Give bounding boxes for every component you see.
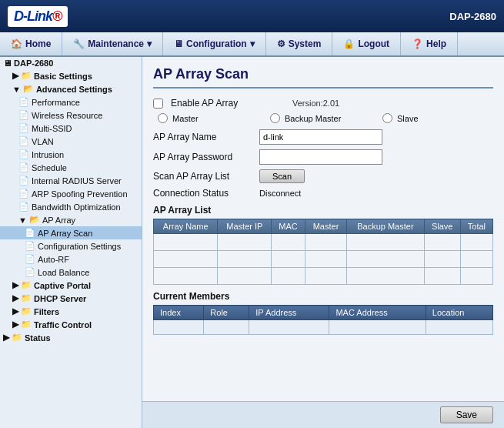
main-layout: 🖥 DAP-2680 ▶ 📁 Basic Settings ▼ 📂 Advanc… [0,57,504,428]
table-row [154,251,493,268]
enable-ap-array-checkbox[interactable] [153,99,163,109]
header: D-Link® DAP-2680 [0,0,504,32]
sidebar-label-vlan: VLAN [32,137,54,146]
sidebar-label-traffic: Traffic Control [34,320,92,329]
slave-radio[interactable] [382,113,392,123]
member-cell [154,320,204,335]
sidebar-item-traffic-control[interactable]: ▶ 📁 Traffic Control [0,318,142,331]
sidebar-item-auto-rf[interactable]: 📄 Auto-RF [0,252,142,266]
sidebar-label-advanced: Advanced Settings [36,85,112,94]
nav-logout[interactable]: 🔒 Logout [332,32,401,55]
sidebar-item-multi-ssid[interactable]: 📄 Multi-SSID [0,122,142,135]
member-cell [329,320,426,335]
expand-dhcp-icon: ▶ [12,293,18,303]
sidebar-item-performance[interactable]: 📄 Performance [0,95,142,109]
table-row [154,234,493,251]
table-cell [347,251,425,268]
table-cell [460,268,492,285]
logout-icon: 🔒 [343,38,355,49]
col-index: Index [154,306,204,320]
sidebar-item-intrusion[interactable]: 📄 Intrusion [0,148,142,161]
maintenance-icon: 🔧 [73,38,85,49]
folder-ap-icon: 📂 [29,215,40,225]
page-config-icon: 📄 [25,241,35,251]
backup-master-radio-label: Backup Master [270,113,370,123]
array-name-label: AP Array Name [153,132,253,142]
sidebar-item-ap-array[interactable]: ▼ 📂 AP Array [0,213,142,226]
sidebar-label-lb: Load Balance [38,268,89,277]
sidebar-item-dap2680[interactable]: 🖥 DAP-2680 [0,57,142,69]
col-mac-address: MAC Address [329,306,426,320]
sidebar-item-dhcp-server[interactable]: ▶ 📁 DHCP Server [0,292,142,305]
table-cell [305,268,346,285]
slave-label: Slave [397,114,419,123]
table-cell [272,268,305,285]
sidebar-item-captive-portal[interactable]: ▶ 📁 Captive Portal [0,279,142,292]
array-name-input[interactable] [259,129,382,145]
ap-array-table: Array Name Master IP MAC Master Backup M… [153,219,493,285]
sidebar-label-ap-array: AP Array [42,216,75,225]
nav-maintenance[interactable]: 🔧 Maintenance ▾ [62,32,163,55]
folder-status-icon: 📁 [12,333,22,343]
expand-status-icon: ▶ [3,333,9,343]
sidebar-item-filters[interactable]: ▶ 📁 Filters [0,305,142,318]
sidebar-item-bandwidth-opt[interactable]: 📄 Bandwidth Optimization [0,200,142,213]
sidebar-item-wireless-resource[interactable]: 📄 Wireless Resource [0,109,142,122]
nav-home[interactable]: 🏠 Home [0,32,62,55]
page-autorf-icon: 📄 [25,254,35,264]
sidebar-item-config-settings[interactable]: 📄 Configuration Settings [0,239,142,252]
sidebar-item-vlan[interactable]: 📄 VLAN [0,135,142,148]
sidebar-item-basic-settings[interactable]: ▶ 📁 Basic Settings [0,69,142,82]
folder-advanced-icon: 📂 [23,84,34,94]
sidebar-item-arp-spoofing[interactable]: 📄 ARP Spoofing Prevention [0,187,142,200]
table-cell [460,251,492,268]
table-cell [424,234,460,251]
sidebar-label-captive: Captive Portal [34,281,91,290]
maintenance-arrow-icon: ▾ [147,38,152,49]
folder-dhcp-icon: 📁 [21,293,32,303]
nav-help-label: Help [426,38,446,49]
col-master: Master [305,219,346,234]
version-label: Version:2.01 [292,99,339,108]
table-cell [305,234,346,251]
nav-system[interactable]: ⚙ System [266,32,333,55]
sidebar-label-intrusion: Intrusion [32,150,64,159]
page-ssid-icon: 📄 [18,123,29,133]
sidebar-label-dap2680: DAP-2680 [14,59,53,68]
scan-list-label: Scan AP Array List [153,171,253,182]
scan-button[interactable]: Scan [259,169,305,183]
backup-master-radio[interactable] [270,113,280,123]
array-password-input[interactable] [259,149,382,165]
sidebar-label-wireless: Wireless Resource [32,111,102,120]
expand-filters-icon: ▶ [12,306,18,316]
expand-traffic-icon: ▶ [12,319,18,329]
col-slave: Slave [424,219,460,234]
expand-basic-icon: ▶ [12,71,18,81]
nav-home-label: Home [25,38,51,49]
save-button[interactable]: Save [440,406,493,423]
save-area: Save [142,401,504,428]
sidebar-label-basic: Basic Settings [34,72,92,81]
master-radio[interactable] [158,113,168,123]
sidebar-item-status[interactable]: ▶ 📁 Status [0,331,142,344]
logo-mark: ® [52,8,62,24]
sidebar-item-advanced-settings[interactable]: ▼ 📂 Advanced Settings [0,82,142,95]
sidebar-item-schedule[interactable]: 📄 Schedule [0,161,142,174]
sidebar-label-filters: Filters [34,307,59,316]
sidebar-item-ap-array-scan[interactable]: 📄 AP Array Scan [0,226,142,239]
expand-captive-icon: ▶ [12,280,18,290]
table-cell [154,268,218,285]
col-array-name: Array Name [154,219,218,234]
page-bw-icon: 📄 [18,202,29,212]
enable-ap-label: Enable AP Array [171,98,271,109]
table-cell [272,234,305,251]
connection-status-label: Connection Status [153,188,253,199]
page-perf-icon: 📄 [18,97,29,107]
sidebar-label-bandwidth: Bandwidth Optimization [32,202,121,212]
nav-configuration[interactable]: 🖥 Configuration ▾ [163,32,266,55]
folder-basic-icon: 📁 [21,71,32,81]
nav-help[interactable]: ❓ Help [401,32,458,55]
sidebar-item-internal-radius[interactable]: 📄 Internal RADIUS Server [0,174,142,187]
sidebar-item-load-balance[interactable]: 📄 Load Balance [0,266,142,279]
device-icon: 🖥 [3,59,12,68]
